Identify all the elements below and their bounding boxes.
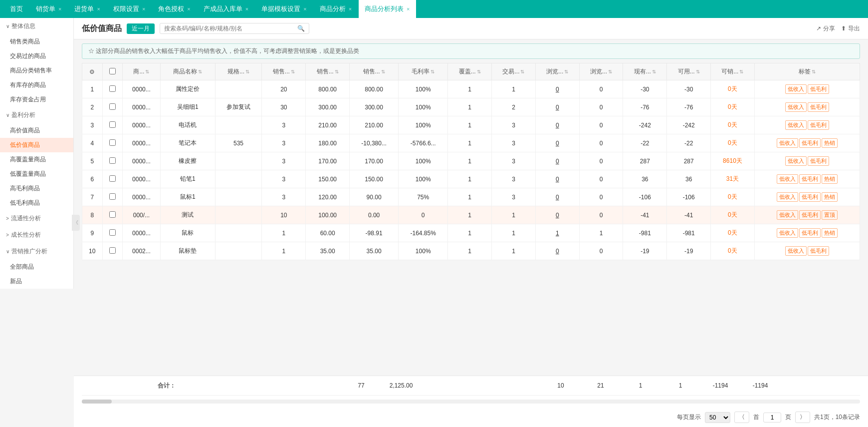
- sidebar-group-header[interactable]: ∨营销推广分析: [0, 243, 73, 260]
- close-icon[interactable]: ×: [97, 6, 100, 12]
- sidebar-collapse-button[interactable]: 《: [72, 215, 80, 231]
- first-page-button[interactable]: 〈: [734, 412, 749, 423]
- next-page-button[interactable]: 〉: [795, 412, 810, 423]
- view-link[interactable]: 0: [556, 158, 559, 165]
- settings-icon[interactable]: ⚙: [89, 68, 95, 75]
- sidebar-group-header[interactable]: ∨盈利分析: [0, 107, 73, 123]
- sidebar-item[interactable]: 低覆盖量商品: [0, 167, 73, 181]
- sort-icon[interactable]: ⇅: [198, 69, 202, 74]
- nav-item[interactable]: 商品分析×: [314, 0, 358, 18]
- row-checkbox-input[interactable]: [109, 157, 116, 164]
- row-checkbox-input[interactable]: [109, 85, 116, 92]
- sort-icon[interactable]: ⇅: [812, 69, 816, 74]
- page-size-select[interactable]: 2050100: [705, 412, 730, 423]
- table-column-header[interactable]: 标签⇅: [754, 63, 860, 80]
- row-checkbox-input[interactable]: [109, 139, 116, 146]
- nav-item[interactable]: 单据模板设置×: [255, 0, 312, 18]
- view-link[interactable]: 0: [556, 212, 559, 219]
- table-column-header[interactable]: 商...⇅: [122, 63, 161, 80]
- select-all-checkbox[interactable]: [109, 68, 116, 74]
- close-icon[interactable]: ×: [245, 6, 248, 12]
- sort-icon[interactable]: ⇅: [431, 69, 434, 74]
- sidebar-item[interactable]: 有库存的商品: [0, 78, 73, 92]
- sidebar-item[interactable]: 交易过的商品: [0, 49, 73, 63]
- sidebar-item[interactable]: 高毛利商品: [0, 181, 73, 196]
- table-column-header[interactable]: 现有...⇅: [623, 63, 667, 80]
- nav-item[interactable]: 首页: [4, 0, 29, 18]
- sidebar-group-header[interactable]: >流通性分析: [0, 210, 73, 227]
- sort-icon[interactable]: ⇅: [381, 69, 385, 74]
- table-column-header[interactable]: 规格...⇅: [215, 63, 262, 80]
- row-checkbox-input[interactable]: [109, 121, 116, 128]
- nav-item[interactable]: 商品分析列表×: [359, 0, 416, 18]
- close-icon[interactable]: ×: [349, 6, 352, 12]
- close-icon[interactable]: ×: [58, 6, 61, 12]
- sort-icon[interactable]: ⇅: [291, 69, 295, 74]
- sort-icon[interactable]: ⇅: [520, 69, 524, 74]
- sidebar-group-header[interactable]: ∨整体信息: [0, 18, 73, 34]
- view-link[interactable]: 0: [556, 122, 559, 129]
- table-column-header[interactable]: 浏览...⇅: [535, 63, 579, 80]
- view-link[interactable]: 1: [556, 230, 559, 237]
- sort-icon[interactable]: ⇅: [696, 69, 700, 74]
- row-checkbox-input[interactable]: [109, 193, 116, 200]
- sidebar-item[interactable]: 商品分类销售率: [0, 63, 73, 78]
- table-column-header[interactable]: 商品名称⇅: [161, 63, 215, 80]
- view-link[interactable]: 0: [556, 86, 559, 93]
- close-icon[interactable]: ×: [142, 6, 145, 12]
- nav-item[interactable]: 权限设置×: [107, 0, 151, 18]
- export-button[interactable]: ⬆ 导出: [841, 24, 860, 33]
- sidebar-item[interactable]: 新品: [0, 274, 73, 289]
- nav-item[interactable]: 角色授权×: [152, 0, 196, 18]
- sidebar-item[interactable]: 低价值商品: [0, 138, 73, 152]
- sort-icon[interactable]: ⇅: [652, 69, 656, 74]
- close-icon[interactable]: ×: [303, 6, 306, 12]
- table-column-header[interactable]: 可销...⇅: [711, 63, 755, 80]
- row-checkbox-input[interactable]: [109, 229, 116, 236]
- table-container[interactable]: ⚙商...⇅商品名称⇅规格...⇅销售...⇅销售...⇅销售...⇅毛利率⇅覆…: [82, 63, 860, 376]
- sort-icon[interactable]: ⇅: [477, 69, 481, 74]
- nav-item[interactable]: 进货单×: [68, 0, 106, 18]
- date-filter-button[interactable]: 近一月: [127, 23, 155, 34]
- row-checkbox-input[interactable]: [109, 247, 116, 254]
- sidebar-item[interactable]: 高价值商品: [0, 123, 73, 138]
- sidebar-item[interactable]: 销售类商品: [0, 34, 73, 49]
- sidebar-item[interactable]: 高覆盖量商品: [0, 152, 73, 167]
- view-link[interactable]: 0: [556, 248, 559, 255]
- table-row: 40000...笔记本5353180.00-10,380...-5766.6..…: [82, 134, 860, 152]
- sort-icon[interactable]: ⇅: [739, 69, 743, 74]
- view-link[interactable]: 0: [556, 194, 559, 201]
- sort-icon[interactable]: ⇅: [564, 69, 568, 74]
- sidebar-group-header[interactable]: >成长性分析: [0, 227, 73, 243]
- table-column-header[interactable]: 销售...⇅: [306, 63, 350, 80]
- sort-icon[interactable]: ⇅: [608, 69, 612, 74]
- view-link[interactable]: 0: [556, 140, 559, 147]
- sort-icon[interactable]: ⇅: [335, 69, 339, 74]
- page-input[interactable]: [763, 413, 781, 423]
- search-input[interactable]: [164, 25, 297, 32]
- table-column-header[interactable]: 覆盖...⇅: [448, 63, 492, 80]
- table-column-header[interactable]: 可用...⇅: [667, 63, 711, 80]
- close-icon[interactable]: ×: [407, 6, 410, 12]
- sort-icon[interactable]: ⇅: [245, 69, 249, 74]
- sidebar-item[interactable]: 全部商品: [0, 260, 73, 274]
- nav-item[interactable]: 产成品入库单×: [198, 0, 254, 18]
- share-button[interactable]: ↗ 分享: [816, 24, 835, 33]
- view-link[interactable]: 0: [556, 104, 559, 111]
- sort-icon[interactable]: ⇅: [145, 69, 149, 74]
- table-column-header[interactable]: 浏览...⇅: [579, 63, 623, 80]
- table-column-header[interactable]: 交易...⇅: [492, 63, 536, 80]
- row-checkbox-input[interactable]: [109, 175, 116, 182]
- sidebar-item[interactable]: 低毛利商品: [0, 196, 73, 210]
- view-link[interactable]: 0: [556, 176, 559, 183]
- nav-item[interactable]: 销货单×: [30, 0, 67, 18]
- table-column-header[interactable]: 销售...⇅: [262, 63, 306, 80]
- product-name: 吴细细1: [161, 98, 215, 116]
- search-icon[interactable]: 🔍: [297, 25, 305, 32]
- close-icon[interactable]: ×: [187, 6, 190, 12]
- sidebar-item[interactable]: 库存资金占用: [0, 92, 73, 107]
- row-checkbox-input[interactable]: [109, 211, 116, 218]
- row-checkbox-input[interactable]: [109, 103, 116, 110]
- table-column-header[interactable]: 毛利率⇅: [399, 63, 448, 80]
- table-column-header[interactable]: 销售...⇅: [350, 63, 399, 80]
